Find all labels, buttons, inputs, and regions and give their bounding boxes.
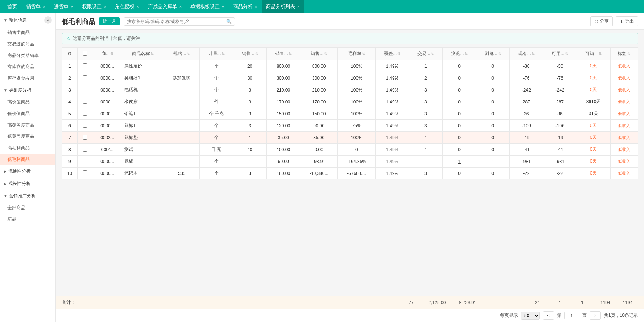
col-sales-price[interactable]: 销售...⇅ <box>267 48 300 60</box>
sidebar-item-low-value[interactable]: 低价值商品 <box>0 108 55 119</box>
col-tag[interactable]: 标签⇅ <box>610 48 638 60</box>
sidebar-item-low-margin[interactable]: 低毛利商品 <box>0 154 55 165</box>
col-sales-amount[interactable]: 销售...⇅ <box>300 48 338 60</box>
sidebar-item-stocked-goods[interactable]: 有库存的商品 <box>0 61 55 73</box>
nav-permissions[interactable]: 权限设置 × <box>78 0 110 13</box>
col-checkbox[interactable] <box>77 48 93 60</box>
sidebar-item-high-coverage[interactable]: 高覆盖度商品 <box>0 119 55 131</box>
row-checkbox[interactable] <box>83 75 87 80</box>
search-box[interactable]: 🔍 <box>124 17 235 26</box>
col-view1[interactable]: 浏览...⇅ <box>443 48 476 60</box>
col-saleable[interactable]: 可销...⇅ <box>577 48 610 60</box>
cell-view1[interactable]: 0 <box>443 168 476 179</box>
close-icon[interactable]: × <box>179 4 182 9</box>
cell-checkbox[interactable] <box>77 72 93 84</box>
close-icon[interactable]: × <box>71 4 73 9</box>
cell-checkbox[interactable] <box>77 120 93 132</box>
col-settings[interactable]: ⚙ <box>62 48 78 60</box>
sidebar-section-circulation[interactable]: ▶ 流通性分析 <box>0 165 55 178</box>
cell-view1[interactable]: 0 <box>443 60 476 72</box>
cell-checkbox[interactable] <box>77 96 93 108</box>
next-page-button[interactable]: ＞ <box>590 311 601 320</box>
close-icon[interactable]: × <box>222 4 224 9</box>
row-checkbox[interactable] <box>83 99 87 104</box>
close-icon[interactable]: × <box>104 4 106 9</box>
nav-product-analysis[interactable]: 商品分析 × <box>229 0 262 13</box>
export-button[interactable]: ⬇ 导出 <box>616 16 638 26</box>
prev-page-button[interactable]: ＜ <box>543 311 554 320</box>
cell-view1[interactable]: 0 <box>443 108 476 120</box>
cell-checkbox[interactable] <box>77 108 93 120</box>
cell-view1[interactable]: 0 <box>443 84 476 96</box>
nav-sales-order[interactable]: 销货单 × <box>22 0 49 13</box>
cell-sales-price: 120.00 <box>267 120 300 132</box>
nav-role-auth[interactable]: 角色授权 × <box>110 0 143 13</box>
search-icon[interactable]: 🔍 <box>226 19 232 24</box>
settings-icon[interactable]: ⚙ <box>68 51 72 57</box>
col-view2[interactable]: 浏览...⇅ <box>476 48 510 60</box>
sidebar-item-sales-goods[interactable]: 销售类商品 <box>0 27 55 38</box>
close-icon[interactable]: × <box>255 4 257 9</box>
row-checkbox[interactable] <box>83 63 87 68</box>
search-input[interactable] <box>127 19 225 24</box>
cell-checkbox[interactable] <box>77 84 93 96</box>
page-size-select[interactable]: 50 100 200 <box>521 312 540 320</box>
row-checkbox[interactable] <box>83 147 87 152</box>
share-button[interactable]: ⬡ 分享 <box>590 16 613 26</box>
sidebar-item-high-value[interactable]: 高价值商品 <box>0 96 55 108</box>
cell-view1[interactable]: 0 <box>443 120 476 132</box>
view1-link[interactable]: 1 <box>458 159 461 164</box>
sidebar-item-new-goods[interactable]: 新品 <box>0 214 55 225</box>
select-all-checkbox[interactable] <box>83 51 87 56</box>
cell-checkbox[interactable] <box>77 156 93 168</box>
sidebar-section-growth[interactable]: ▶ 成长性分析 <box>0 178 55 190</box>
col-coverage[interactable]: 覆盖...⇅ <box>375 48 409 60</box>
nav-home[interactable]: 首页 <box>3 0 22 13</box>
nav-finished-goods[interactable]: 产成品入库单 × <box>144 0 186 13</box>
cell-view1[interactable]: 1 <box>443 156 476 168</box>
nav-product-analysis-list[interactable]: 商品分析列表 × <box>262 0 304 13</box>
col-available[interactable]: 可用...⇅ <box>543 48 577 60</box>
sidebar-item-traded-goods[interactable]: 交易过的商品 <box>0 38 55 50</box>
col-sales-qty[interactable]: 销售...⇅ <box>233 48 267 60</box>
nav-template-settings[interactable]: 单据模板设置 × <box>186 0 228 13</box>
row-checkbox[interactable] <box>83 159 87 163</box>
cell-checkbox[interactable] <box>77 132 93 144</box>
cell-view1[interactable]: 0 <box>443 132 476 144</box>
row-checkbox[interactable] <box>83 111 87 116</box>
cell-checkbox[interactable] <box>77 60 93 72</box>
col-code[interactable]: 商...⇅ <box>93 48 122 60</box>
sidebar-item-category-rate[interactable]: 商品分类助销率 <box>0 50 55 61</box>
col-transaction[interactable]: 交易...⇅ <box>409 48 442 60</box>
sidebar-item-low-coverage[interactable]: 低覆盖度商品 <box>0 131 55 142</box>
row-checkbox[interactable] <box>83 135 87 140</box>
col-current[interactable]: 现有...⇅ <box>510 48 543 60</box>
row-checkbox[interactable] <box>83 170 87 175</box>
sidebar-item-high-margin[interactable]: 高毛利商品 <box>0 142 55 154</box>
table-container[interactable]: ⚙ 商...⇅ 商品名称⇅ 规格...⇅ 计量...⇅ 销售...⇅ 销售...… <box>56 44 644 296</box>
current-page-input[interactable] <box>564 312 579 319</box>
sidebar-section-overall[interactable]: ▼ 整体信息 « <box>0 13 55 27</box>
col-gross-margin[interactable]: 毛利率⇅ <box>338 48 376 60</box>
sidebar-section-marketing[interactable]: ▼ 营销推广分析 <box>0 190 55 202</box>
collapse-icon[interactable]: « <box>44 16 52 24</box>
sidebar-section-analysis[interactable]: ▼ 类射度分析 <box>0 84 55 96</box>
cell-checkbox[interactable] <box>77 144 93 156</box>
close-icon[interactable]: × <box>43 4 45 9</box>
close-icon[interactable]: × <box>137 4 139 9</box>
col-spec[interactable]: 规格...⇅ <box>164 48 199 60</box>
sidebar-item-inventory-capital[interactable]: 库存资金占用 <box>0 73 55 84</box>
col-name[interactable]: 商品名称⇅ <box>122 48 164 60</box>
cell-view1[interactable]: 0 <box>443 72 476 84</box>
close-icon[interactable]: × <box>297 4 299 9</box>
col-unit[interactable]: 计量...⇅ <box>199 48 233 60</box>
nav-purchase-order[interactable]: 进货单 × <box>49 0 77 13</box>
cell-view1[interactable]: 0 <box>443 96 476 108</box>
cell-checkbox[interactable] <box>77 168 93 179</box>
date-filter-tag[interactable]: 近一月 <box>99 17 120 25</box>
sidebar-item-all-goods[interactable]: 全部商品 <box>0 202 55 214</box>
row-checkbox[interactable] <box>83 87 87 92</box>
cell-sales-qty: 30 <box>233 72 267 84</box>
cell-view1[interactable]: 0 <box>443 144 476 156</box>
row-checkbox[interactable] <box>83 123 87 128</box>
